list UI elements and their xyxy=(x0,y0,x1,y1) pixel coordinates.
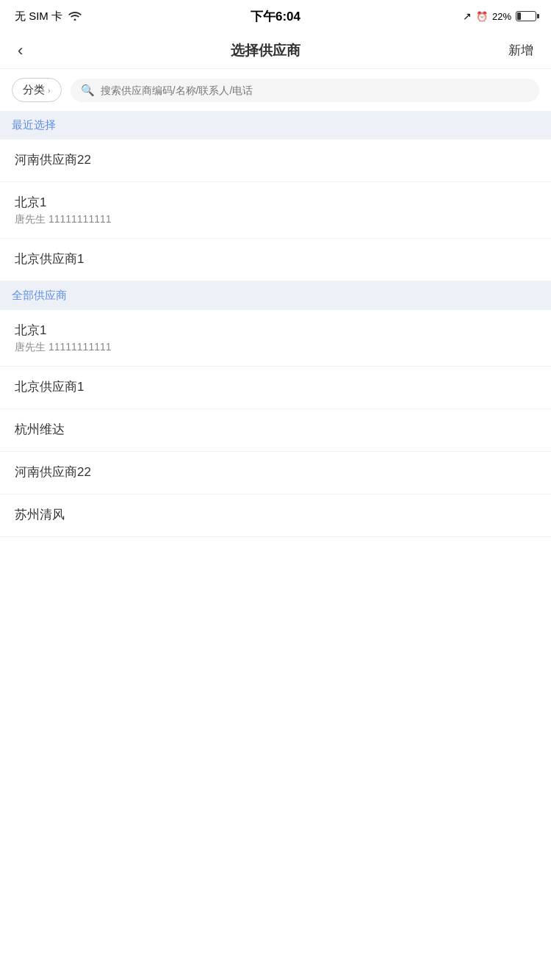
status-right: ↗ ⏰ 22% xyxy=(463,10,536,22)
list-item[interactable]: 北京供应商1 xyxy=(0,239,551,281)
status-bar: 无 SIM 卡 下午6:04 ↗ ⏰ 22% xyxy=(0,0,551,32)
item-name: 北京供应商1 xyxy=(15,378,536,395)
item-name: 北京1 xyxy=(15,194,536,211)
nav-bar: ‹ 选择供应商 新增 xyxy=(0,32,551,69)
category-button[interactable]: 分类 › xyxy=(12,78,62,102)
alarm-icon: ⏰ xyxy=(476,11,488,22)
page-title: 选择供应商 xyxy=(231,41,300,60)
search-input[interactable] xyxy=(101,84,529,96)
status-time: 下午6:04 xyxy=(251,8,300,25)
all-section-header: 全部供应商 xyxy=(0,281,551,310)
item-name: 苏州清风 xyxy=(15,506,536,523)
list-item[interactable]: 北京1唐先生 11111111111 xyxy=(0,182,551,239)
list-item[interactable]: 北京1唐先生 11111111111 xyxy=(0,310,551,367)
battery-percent: 22% xyxy=(492,11,511,22)
battery-fill xyxy=(517,12,521,20)
search-icon: 🔍 xyxy=(81,84,95,97)
item-name: 杭州维达 xyxy=(15,421,536,438)
filter-bar: 分类 › 🔍 xyxy=(0,69,551,111)
chevron-right-icon: › xyxy=(48,86,51,95)
list-item[interactable]: 河南供应商22 xyxy=(0,452,551,494)
item-name: 河南供应商22 xyxy=(15,464,536,480)
item-name: 河南供应商22 xyxy=(15,151,536,168)
location-icon: ↗ xyxy=(463,10,472,22)
item-detail: 唐先生 11111111111 xyxy=(15,341,536,354)
list-item[interactable]: 苏州清风 xyxy=(0,494,551,537)
recent-items-list: 河南供应商22北京1唐先生 11111111111北京供应商1 xyxy=(0,140,551,281)
wifi-icon xyxy=(68,10,82,23)
status-left: 无 SIM 卡 xyxy=(15,10,82,24)
search-bar: 🔍 xyxy=(71,79,539,102)
recent-section-title: 最近选择 xyxy=(12,118,56,131)
back-button[interactable]: ‹ xyxy=(12,35,29,66)
list-item[interactable]: 杭州维达 xyxy=(0,409,551,452)
battery-indicator xyxy=(516,11,536,21)
list-item[interactable]: 河南供应商22 xyxy=(0,140,551,182)
item-name: 北京供应商1 xyxy=(15,251,536,267)
add-button[interactable]: 新增 xyxy=(503,36,539,65)
category-label: 分类 xyxy=(23,83,45,97)
carrier-text: 无 SIM 卡 xyxy=(15,10,62,24)
item-detail: 唐先生 11111111111 xyxy=(15,213,536,226)
item-name: 北京1 xyxy=(15,322,536,339)
all-section-title: 全部供应商 xyxy=(12,289,67,301)
list-item[interactable]: 北京供应商1 xyxy=(0,367,551,409)
recent-section-header: 最近选择 xyxy=(0,111,551,140)
all-items-list: 北京1唐先生 11111111111北京供应商1杭州维达河南供应商22苏州清风 xyxy=(0,310,551,537)
